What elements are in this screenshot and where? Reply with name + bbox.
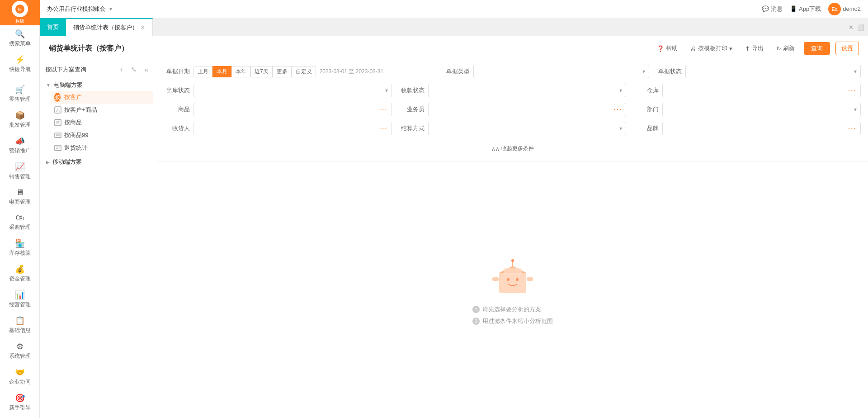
- app-logo: 好 标版: [0, 0, 40, 25]
- sidebar-operations-label: 经营管理: [9, 301, 31, 309]
- tree-child-product99[interactable]: 按商品99: [51, 129, 153, 142]
- print-label: 按模板打印: [698, 44, 727, 52]
- sidebar-item-inventory[interactable]: 🏪 库存核算: [0, 235, 40, 261]
- doc-type-select[interactable]: ▾: [473, 65, 649, 78]
- out-status-label: 出库状态: [165, 86, 190, 95]
- goods-dots[interactable]: ···: [379, 105, 387, 114]
- sidebar-item-ecommerce[interactable]: 🖥 电商管理: [0, 184, 40, 209]
- tree-parent-desktop[interactable]: ▼ 电脑端方案: [43, 79, 153, 91]
- goods-select[interactable]: ···: [193, 103, 392, 116]
- refresh-btn[interactable]: ↻ 刷新: [773, 43, 798, 54]
- sidebar-item-system[interactable]: ⚙ 系统管理: [0, 338, 40, 364]
- brand-dots[interactable]: ···: [848, 124, 857, 133]
- user-avatar: Ea: [828, 3, 841, 15]
- receiver-dots[interactable]: ···: [379, 124, 387, 133]
- topbar-dropdown[interactable]: ▾: [109, 6, 112, 12]
- sidebar-item-retail[interactable]: 🛒 零售管理: [0, 81, 40, 107]
- collapse-conditions-btn[interactable]: ∧∧ 收起更多条件: [165, 141, 861, 156]
- payment-status-select[interactable]: ▾: [428, 84, 627, 97]
- receiver-select[interactable]: ···: [193, 122, 392, 135]
- svg-rect-9: [55, 145, 61, 151]
- help-btn[interactable]: ❓ 帮助: [653, 43, 681, 54]
- date-btn-this-month[interactable]: 本月: [212, 66, 231, 77]
- date-btn-custom[interactable]: 自定义: [292, 66, 316, 77]
- product99-label: 按商品99: [64, 131, 88, 139]
- sidebar-marketing-label: 营销推广: [9, 147, 31, 155]
- doc-type-control: ▾: [473, 65, 649, 78]
- edit-scheme-btn[interactable]: ✎: [129, 65, 139, 75]
- add-scheme-btn[interactable]: +: [116, 65, 126, 75]
- doc-status-filter-item: 单据状态 ▾: [656, 65, 861, 78]
- date-btn-last-month[interactable]: 上月: [193, 66, 212, 77]
- sidebar-item-finance[interactable]: 💰 资金管理: [0, 261, 40, 286]
- date-label: 单据日期: [165, 67, 190, 76]
- user-name: demo2: [843, 5, 861, 12]
- sidebar-item-wholesale[interactable]: 📦 批发管理: [0, 107, 40, 133]
- out-status-control: ▾: [193, 84, 392, 97]
- payment-status-label: 收款状态: [399, 86, 425, 95]
- doc-status-select[interactable]: ▾: [685, 65, 861, 78]
- messages-btn[interactable]: 💬 消息: [762, 5, 783, 13]
- settings-btn[interactable]: 设置: [835, 42, 859, 55]
- tab-sales-stat[interactable]: 销货单统计表（按客户） ✕: [66, 18, 153, 36]
- sidebar-item-purchase[interactable]: 🛍 采购管理: [0, 209, 40, 235]
- receiver-label: 收货人: [165, 124, 190, 133]
- sidebar-item-marketing[interactable]: 📣 营销推广: [0, 133, 40, 158]
- tip-num-1: 1: [472, 306, 480, 313]
- customer-product-label: 按客户+商品: [64, 106, 97, 114]
- collapse-icon: «: [145, 66, 148, 73]
- sidebar-item-search[interactable]: 🔍 搜索菜单: [0, 25, 40, 51]
- payment-status-control: ▾: [428, 84, 627, 97]
- filter-row-3: 商品 ··· 业务员: [165, 103, 861, 116]
- by-customer-label: 按客户: [64, 93, 82, 101]
- sidebar-item-basic[interactable]: 📋 基础信息: [0, 312, 40, 338]
- brand-select[interactable]: ···: [662, 122, 861, 135]
- date-filter-group: 上月 本月 本年 近7天 更多 自定义 2023-03-01 至 2023-03…: [193, 66, 437, 77]
- print-icon: 🖨: [690, 45, 696, 52]
- tree-child-by-customer[interactable]: 按 按客户: [51, 91, 153, 104]
- search-icon: 🔍: [15, 29, 25, 39]
- sidebar-item-guide[interactable]: 🎯 新手引导: [0, 390, 40, 415]
- tab-home[interactable]: 首页: [40, 18, 66, 36]
- settlement-select[interactable]: ▾: [428, 122, 627, 135]
- sidebar-item-sales[interactable]: 📈 销售管理: [0, 158, 40, 184]
- product99-icon: [54, 132, 61, 139]
- page-header: 销货单统计表（按客户） ❓ 帮助 🖨 按模板打印 ▾ ⬆ 导出 ↻ 刷新: [40, 36, 868, 59]
- page-content: 销货单统计表（按客户） ❓ 帮助 🖨 按模板打印 ▾ ⬆ 导出 ↻ 刷新: [40, 36, 868, 418]
- app-download-btn[interactable]: 📱 App下载: [790, 5, 821, 13]
- tree-mobile-label: 移动端方案: [52, 158, 82, 166]
- sidebar-item-operations[interactable]: 📊 经营管理: [0, 286, 40, 312]
- doc-type-arrow: ▾: [642, 68, 645, 75]
- payment-status-filter-item: 收款状态 ▾: [399, 84, 627, 97]
- window-close-icon[interactable]: ✕: [849, 24, 854, 31]
- salesman-dots[interactable]: ···: [613, 105, 622, 114]
- salesman-select[interactable]: ···: [428, 103, 627, 116]
- brand-label: 品牌: [633, 124, 659, 133]
- department-select[interactable]: ▾: [662, 103, 861, 116]
- date-btn-more[interactable]: 更多: [273, 66, 292, 77]
- tree-expand-icon: ▼: [46, 83, 51, 88]
- cooperation-icon: 🤝: [15, 367, 25, 377]
- warehouse-dots[interactable]: ···: [848, 86, 857, 95]
- print-btn[interactable]: 🖨 按模板打印 ▾: [687, 43, 736, 54]
- sidebar-item-cooperation[interactable]: 🤝 企业协同: [0, 364, 40, 390]
- by-product-label: 按商品: [64, 119, 82, 127]
- out-status-select[interactable]: ▾: [193, 84, 392, 97]
- tree-parent-mobile[interactable]: ▶ 移动端方案: [43, 156, 153, 168]
- message-icon: 💬: [762, 5, 769, 12]
- tree-child-return[interactable]: 退货统计: [51, 142, 153, 154]
- window-maximize-icon[interactable]: ⬜: [857, 24, 864, 31]
- page-title: 销货单统计表（按客户）: [49, 44, 128, 53]
- date-btn-7days[interactable]: 近7天: [250, 66, 273, 77]
- tree-child-customer-product[interactable]: 人 按客户+商品: [51, 104, 153, 116]
- user-profile[interactable]: Ea demo2: [828, 3, 861, 15]
- export-btn[interactable]: ⬆ 导出: [741, 43, 767, 54]
- sidebar-item-quick[interactable]: ⚡ 快捷导航: [0, 51, 40, 77]
- collapse-panel-btn[interactable]: «: [142, 65, 151, 75]
- tab-close-icon[interactable]: ✕: [141, 24, 145, 31]
- warehouse-select[interactable]: ···: [662, 84, 861, 97]
- sidebar-guide-label: 新手引导: [9, 404, 31, 412]
- date-btn-this-year[interactable]: 本年: [231, 66, 250, 77]
- query-btn[interactable]: 查询: [804, 42, 830, 55]
- tree-child-by-product[interactable]: 商 按商品: [51, 116, 153, 129]
